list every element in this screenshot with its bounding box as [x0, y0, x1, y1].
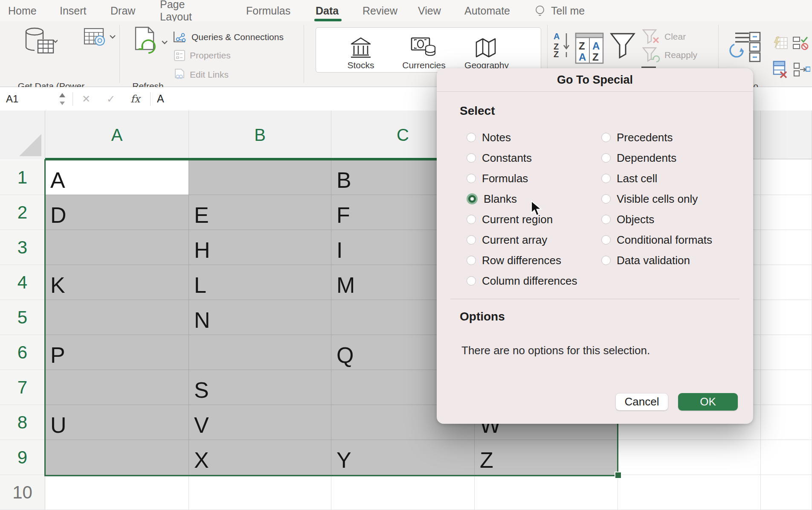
- cell-B10[interactable]: [189, 475, 331, 510]
- cell-B3[interactable]: H: [189, 230, 331, 265]
- radio-option-last-cell[interactable]: Last cell: [601, 171, 657, 186]
- radio-option-row-differences[interactable]: Row differences: [467, 253, 561, 268]
- insert-function-icon[interactable]: fx: [130, 87, 140, 111]
- cell-F8[interactable]: [761, 405, 812, 440]
- cell-B5[interactable]: N: [189, 300, 331, 335]
- tab-automate[interactable]: Automate: [464, 0, 510, 21]
- refresh-all-button[interactable]: [132, 26, 169, 59]
- cell-F3[interactable]: [761, 230, 812, 265]
- get-data-button[interactable]: [23, 26, 58, 60]
- currencies-button[interactable]: Currencies: [398, 28, 450, 72]
- cell-D10[interactable]: [475, 475, 618, 510]
- cell-F2[interactable]: [761, 195, 812, 230]
- column-header-F[interactable]: [761, 111, 812, 160]
- radio-option-current-array[interactable]: Current array: [467, 233, 547, 247]
- row-header-4[interactable]: 4: [0, 265, 45, 300]
- tab-tell-me[interactable]: Tell me: [551, 0, 585, 21]
- cell-F6[interactable]: [761, 335, 812, 370]
- queries-connections-button[interactable]: Queries & Connections: [173, 31, 284, 44]
- tab-home[interactable]: Home: [8, 0, 37, 21]
- radio-option-conditional-formats[interactable]: Conditional formats: [601, 233, 712, 247]
- name-box-spinner[interactable]: [58, 92, 67, 106]
- cell-A4[interactable]: K: [45, 265, 189, 300]
- tab-insert[interactable]: Insert: [60, 0, 87, 21]
- radio-option-visible-cells-only[interactable]: Visible cells only: [601, 192, 698, 206]
- select-all-corner[interactable]: [0, 111, 45, 160]
- flash-fill-button[interactable]: [772, 36, 788, 50]
- tab-review[interactable]: Review: [362, 0, 397, 21]
- cell-A10[interactable]: [45, 475, 189, 510]
- radio-option-precedents[interactable]: Precedents: [601, 130, 673, 145]
- column-header-B[interactable]: B: [189, 111, 331, 160]
- enter-entry-icon[interactable]: ✓: [107, 87, 115, 111]
- radio-option-formulas[interactable]: Formulas: [467, 171, 528, 186]
- tab-formulas[interactable]: Formulas: [246, 0, 290, 21]
- advanced-button-partial[interactable]: [641, 67, 656, 68]
- cell-F4[interactable]: [761, 265, 812, 300]
- row-header-10[interactable]: 10: [0, 475, 45, 510]
- reapply-filter-button[interactable]: Reapply: [642, 47, 697, 63]
- radio-option-constants[interactable]: Constants: [467, 151, 532, 165]
- stocks-button[interactable]: Stocks: [337, 28, 384, 72]
- row-header-7[interactable]: 7: [0, 370, 45, 405]
- radio-option-blanks[interactable]: Blanks: [467, 192, 517, 206]
- row-header-6[interactable]: 6: [0, 335, 45, 370]
- tab-page-layout[interactable]: Page Layout: [160, 0, 192, 21]
- cell-F5[interactable]: [761, 300, 812, 335]
- tab-draw[interactable]: Draw: [110, 0, 135, 21]
- properties-button[interactable]: Properties: [174, 50, 231, 61]
- column-header-A[interactable]: A: [45, 111, 189, 160]
- cell-B6[interactable]: [189, 335, 331, 370]
- data-validation-button[interactable]: [792, 36, 809, 50]
- geography-button[interactable]: Geography: [461, 28, 512, 72]
- clear-filter-button[interactable]: Clear: [642, 29, 686, 44]
- cell-A3[interactable]: [45, 230, 189, 265]
- cell-A9[interactable]: [45, 440, 189, 475]
- cell-F1[interactable]: [761, 160, 812, 195]
- cell-C9[interactable]: Y: [331, 440, 475, 475]
- row-header-1[interactable]: 1: [0, 160, 45, 195]
- radio-option-current-region[interactable]: Current region: [467, 212, 553, 227]
- cell-C10[interactable]: [331, 475, 475, 510]
- cell-B7[interactable]: S: [189, 370, 331, 405]
- row-header-8[interactable]: 8: [0, 405, 45, 440]
- cell-B9[interactable]: X: [189, 440, 331, 475]
- cell-A5[interactable]: [45, 300, 189, 335]
- tab-view[interactable]: View: [418, 0, 441, 21]
- cell-E10[interactable]: [618, 475, 761, 510]
- row-header-9[interactable]: 9: [0, 440, 45, 475]
- cell-F10[interactable]: [761, 475, 812, 510]
- edit-links-button[interactable]: Edit Links: [174, 68, 229, 81]
- remove-duplicates-button[interactable]: [773, 61, 788, 79]
- cell-B1[interactable]: [189, 160, 331, 195]
- radio-option-dependents[interactable]: Dependents: [601, 151, 676, 165]
- cell-F9[interactable]: [761, 440, 812, 475]
- cell-A6[interactable]: P: [45, 335, 189, 370]
- cell-D9[interactable]: Z: [475, 440, 618, 475]
- cell-B8[interactable]: V: [189, 405, 331, 440]
- selection-fill-handle[interactable]: [615, 472, 622, 479]
- row-header-5[interactable]: 5: [0, 300, 45, 335]
- table-snapshot-button[interactable]: [84, 28, 117, 47]
- sort-button[interactable]: Z A A Z: [575, 32, 604, 64]
- cell-A1[interactable]: A: [45, 160, 189, 195]
- row-header-3[interactable]: 3: [0, 230, 45, 265]
- cell-A7[interactable]: [45, 370, 189, 405]
- cell-A8[interactable]: U: [45, 405, 189, 440]
- cell-F7[interactable]: [761, 370, 812, 405]
- radio-option-column-differences[interactable]: Column differences: [467, 274, 577, 288]
- consolidate-button[interactable]: [793, 62, 810, 77]
- cancel-button[interactable]: Cancel: [615, 393, 668, 411]
- formula-input[interactable]: A: [157, 87, 164, 111]
- radio-option-objects[interactable]: Objects: [601, 212, 654, 227]
- radio-option-data-validation[interactable]: Data validation: [601, 253, 690, 268]
- name-box[interactable]: A1: [6, 87, 18, 111]
- cell-E9[interactable]: [618, 440, 761, 475]
- cancel-entry-icon[interactable]: ✕: [82, 87, 90, 111]
- text-to-columns-button[interactable]: [729, 30, 761, 63]
- cell-B2[interactable]: E: [189, 195, 331, 230]
- tab-data[interactable]: Data: [316, 0, 339, 21]
- ok-button[interactable]: OK: [678, 393, 738, 411]
- radio-option-notes[interactable]: Notes: [467, 130, 511, 145]
- sort-ascending-button[interactable]: A Z Z: [553, 31, 571, 57]
